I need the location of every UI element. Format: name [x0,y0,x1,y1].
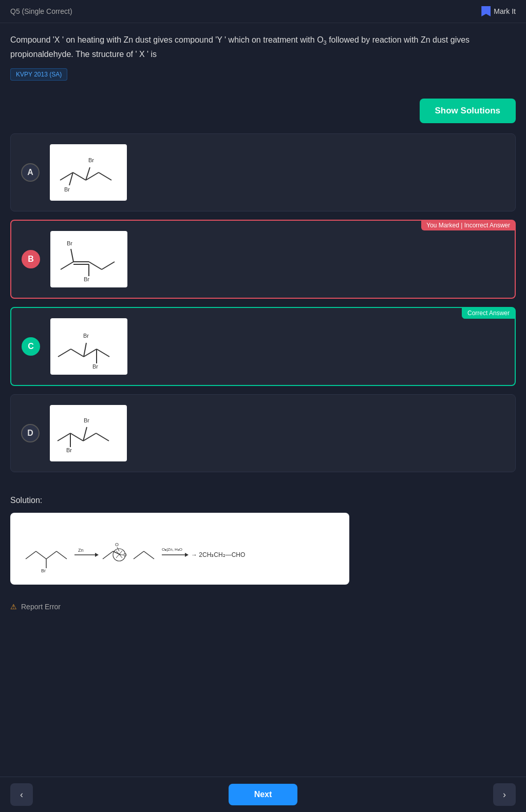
svg-line-3 [99,172,111,180]
svg-line-1 [73,172,86,180]
svg-line-42 [103,551,113,559]
svg-text:Br: Br [92,363,98,370]
option-b[interactable]: You Marked | Incorrect Answer B Br Br [10,220,516,299]
svg-text:O₃|Zn, H₂O: O₃|Zn, H₂O [162,547,182,552]
svg-line-33 [26,551,36,559]
option-b-label: B [22,250,40,268]
svg-line-20 [97,349,109,357]
svg-line-26 [70,433,83,441]
svg-line-17 [58,349,71,357]
svg-line-36 [57,551,67,559]
svg-line-28 [96,433,109,441]
svg-text:→ 2CH₃CH₂—CHO: → 2CH₃CH₂—CHO [191,551,245,558]
bookmark-icon [481,6,491,16]
question-type: Q5 (Single Correct) [10,7,72,15]
top-bar: Q5 (Single Correct) Mark It [0,0,526,23]
svg-marker-40 [95,553,99,557]
svg-line-35 [46,551,57,559]
svg-text:Br: Br [41,568,46,573]
incorrect-answer-tag: You Marked | Incorrect Answer [421,220,515,230]
option-d[interactable]: D Br Br [10,394,516,472]
svg-line-34 [36,551,46,559]
solution-label: Solution: [10,496,516,505]
report-error[interactable]: ⚠ Report Error [0,595,526,618]
solution-image: Br Zn O O O₃|Zn, H₂O → 2C [10,513,349,585]
option-c[interactable]: Correct Answer C Br Br [10,307,516,386]
option-b-image: Br Br [50,231,127,287]
correct-answer-tag: Correct Answer [462,307,515,319]
tag-container: KVPY 2013 (SA) [10,68,516,81]
question-area: Compound 'X ' on heating with Zn dust gi… [0,23,526,93]
svg-text:Br: Br [64,186,70,192]
svg-line-51 [134,551,144,559]
show-solutions-area: Show Solutions [0,93,526,133]
option-a-label: A [21,163,40,182]
svg-text:Br: Br [88,157,94,163]
show-solutions-button[interactable]: Show Solutions [420,99,516,123]
next-arrow-button[interactable]: › [493,783,516,806]
svg-text:Br: Br [83,333,89,339]
svg-line-52 [144,551,154,559]
svg-text:Br: Br [84,417,89,423]
next-button[interactable]: Next [229,784,298,805]
mark-it-button[interactable]: Mark It [481,6,516,16]
svg-line-13 [71,249,73,262]
svg-text:O: O [115,542,119,547]
svg-line-19 [84,349,97,357]
svg-line-11 [89,262,102,269]
svg-text:Br: Br [66,447,72,453]
svg-line-21 [84,343,86,357]
svg-line-12 [102,262,115,269]
option-a-image: Br Br [50,144,127,201]
option-c-image: Br Br [50,318,127,375]
warning-icon: ⚠ [10,603,17,611]
question-text: Compound 'X ' on heating with Zn dust gi… [10,33,516,61]
solution-section: Solution: Br Zn O O [0,486,526,595]
report-error-label: Report Error [21,603,61,611]
options-container: A Br Br You Marked | Incorrect Answer B [0,133,526,480]
svg-text:Br: Br [84,276,89,282]
svg-text:Zn: Zn [78,548,84,553]
option-d-image: Br Br [50,405,127,461]
svg-line-18 [71,349,84,357]
option-d-label: D [21,424,40,442]
svg-text:Br: Br [67,240,72,246]
option-c-label: C [22,337,40,356]
svg-line-25 [58,433,70,441]
svg-line-8 [61,262,73,269]
prev-button[interactable]: ‹ [10,783,33,806]
option-a[interactable]: A Br Br [10,133,516,211]
svg-marker-54 [185,553,189,557]
question-tag: KVPY 2013 (SA) [10,68,67,81]
bottom-nav: ‹ Next › [0,777,526,812]
